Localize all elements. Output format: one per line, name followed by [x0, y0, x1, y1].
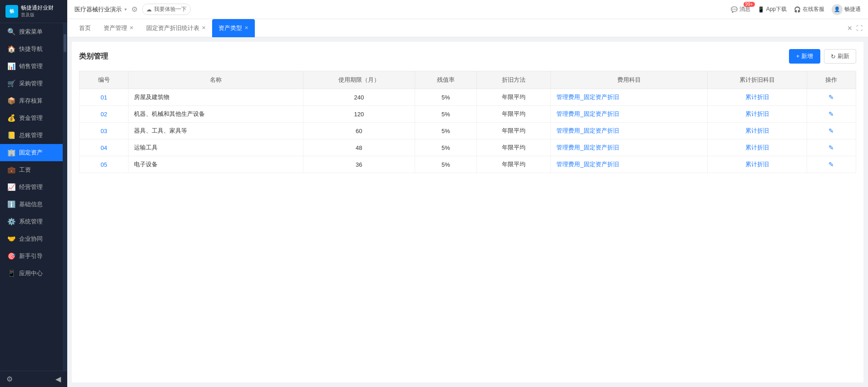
refresh-icon: ↻ [831, 53, 836, 60]
sidebar-icon-purchase: 🛒 [7, 79, 15, 88]
tab-close-fixed-asset-depr[interactable]: ✕ [202, 25, 206, 31]
sidebar-icon-system: ⚙️ [7, 218, 15, 226]
sidebar-item-search[interactable]: 🔍 搜索菜单 [0, 23, 63, 40]
cell-residual: 5% [415, 123, 476, 139]
sidebar-item-quick-nav[interactable]: 🏠 快捷导航 [0, 40, 63, 58]
sidebar-label-sales: 销售管理 [19, 62, 43, 70]
user-item[interactable]: 👤 畅捷通 [832, 4, 861, 15]
sidebar-item-guide[interactable]: 🎯 新手引导 [0, 248, 63, 265]
sidebar-item-inventory[interactable]: 📦 库存核算 [0, 92, 63, 109]
table-row: 02机器、机械和其他生产设备1205%年限平均管理费用_固定资产折旧累计折旧✎ [79, 106, 856, 123]
page-title: 类别管理 [79, 52, 108, 61]
sidebar-item-system[interactable]: ⚙️ 系统管理 [0, 213, 63, 230]
sidebar-label-operations: 经营管理 [19, 183, 43, 191]
sidebar-label-search: 搜索菜单 [19, 28, 43, 36]
cell-name: 运输工具 [129, 139, 303, 156]
collapse-icon[interactable]: ◀ [55, 375, 61, 383]
sidebar-item-salary[interactable]: 💼 工资 [0, 161, 63, 179]
sidebar-icon-ledger: 📒 [7, 131, 15, 139]
sidebar-footer: ⚙ ◀ [0, 371, 67, 387]
cell-action[interactable]: ✎ [807, 106, 856, 123]
edit-icon[interactable]: ✎ [828, 127, 834, 134]
avatar: 👤 [832, 4, 843, 15]
sidebar-item-operations[interactable]: 📈 经营管理 [0, 179, 63, 196]
sidebar-header: 畅 畅捷通好业财 普及版 [0, 0, 67, 23]
scroll-thumb [64, 34, 66, 52]
table-header-row: 编号名称使用期限（月）残值率折旧方法费用科目累计折旧科目操作 [79, 71, 856, 89]
sidebar-nav: 🔍 搜索菜单 🏠 快捷导航 📊 销售管理 🛒 采购管理 📦 库存核算 💰 资金管… [0, 23, 63, 371]
cell-action[interactable]: ✎ [807, 123, 856, 139]
edit-icon[interactable]: ✎ [828, 144, 834, 151]
sidebar-label-purchase: 采购管理 [19, 79, 43, 88]
settings-icon[interactable]: ⚙ [6, 375, 13, 383]
cell-period: 120 [303, 106, 415, 123]
sidebar-item-purchase[interactable]: 🛒 采购管理 [0, 75, 63, 92]
maximize-window-icon[interactable]: ⛶ [856, 25, 863, 32]
sidebar-icon-fixed-assets: 🏢 [7, 149, 15, 157]
cell-period: 36 [303, 156, 415, 173]
new-button[interactable]: + 新增 [789, 49, 820, 64]
cell-depr-method: 年限平均 [476, 89, 551, 106]
sidebar-item-capital[interactable]: 💰 资金管理 [0, 109, 63, 127]
sidebar-item-enterprise[interactable]: 🤝 企业协同 [0, 230, 63, 248]
tab-fixed-asset-depr[interactable]: 固定资产折旧统计表✕ [140, 19, 212, 37]
window-controls: ✕ ⛶ [847, 25, 863, 32]
sidebar-label-app-center: 应用中心 [19, 269, 43, 278]
company-selector[interactable]: 医疗器械行业演示 ▾ [74, 5, 127, 14]
close-window-icon[interactable]: ✕ [847, 25, 853, 32]
experience-icon: ☁ [146, 6, 152, 13]
tabs-bar: 首页资产管理✕固定资产折旧统计表✕资产类型✕ ✕ ⛶ [67, 19, 868, 37]
table-row: 01房屋及建筑物2405%年限平均管理费用_固定资产折旧累计折旧✎ [79, 89, 856, 106]
experience-button[interactable]: ☁ 我要体验一下 [142, 4, 191, 15]
refresh-button[interactable]: ↻ 刷新 [824, 49, 856, 64]
tab-home[interactable]: 首页 [73, 19, 97, 37]
sidebar-icon-inventory: 📦 [7, 97, 15, 105]
service-icon: 🎧 [794, 6, 801, 13]
cell-action[interactable]: ✎ [807, 89, 856, 106]
cell-action[interactable]: ✎ [807, 156, 856, 173]
sidebar-icon-quick-nav: 🏠 [7, 45, 15, 53]
sidebar-label-capital: 资金管理 [19, 114, 43, 122]
sidebar-subtitle: 普及版 [21, 12, 54, 18]
edit-icon[interactable]: ✎ [828, 94, 834, 101]
tab-asset-type[interactable]: 资产类型✕ [212, 19, 255, 37]
cell-name: 器具、工具、家具等 [129, 123, 303, 139]
cell-residual: 5% [415, 89, 476, 106]
header-left: 医疗器械行业演示 ▾ ⚙ ☁ 我要体验一下 [74, 4, 191, 15]
sidebar-item-basic-info[interactable]: ℹ️ 基础信息 [0, 196, 63, 213]
top-header: 医疗器械行业演示 ▾ ⚙ ☁ 我要体验一下 💬 消息 99+ 📱 App下载 🎧… [67, 0, 868, 19]
sidebar-item-fixed-assets[interactable]: 🏢 固定资产 [0, 144, 63, 161]
cell-depr-method: 年限平均 [476, 106, 551, 123]
tab-label-asset-type: 资产类型 [218, 24, 242, 32]
edit-icon[interactable]: ✎ [828, 110, 834, 118]
sidebar-icon-app-center: 📱 [7, 269, 15, 278]
cell-code: 04 [79, 139, 129, 156]
tab-close-asset-mgmt[interactable]: ✕ [129, 25, 134, 31]
sidebar-scrollbar[interactable] [63, 23, 67, 371]
header-settings-icon[interactable]: ⚙ [131, 5, 138, 14]
cell-residual: 5% [415, 106, 476, 123]
cell-expense: 管理费用_固定资产折旧 [551, 139, 708, 156]
sidebar-item-sales[interactable]: 📊 销售管理 [0, 58, 63, 75]
cell-action[interactable]: ✎ [807, 139, 856, 156]
tab-close-asset-type[interactable]: ✕ [244, 25, 248, 31]
cell-code: 05 [79, 156, 129, 173]
online-service-item[interactable]: 🎧 在线客服 [794, 5, 824, 13]
cell-expense: 管理费用_固定资产折旧 [551, 89, 708, 106]
tab-label-home: 首页 [79, 24, 91, 32]
sidebar-label-basic-info: 基础信息 [19, 200, 43, 208]
app-download-item[interactable]: 📱 App下载 [758, 5, 787, 13]
sidebar-item-app-center[interactable]: 📱 应用中心 [0, 265, 63, 282]
edit-icon[interactable]: ✎ [828, 161, 834, 168]
app-icon: 📱 [758, 6, 764, 13]
category-table: 编号名称使用期限（月）残值率折旧方法费用科目累计折旧科目操作 01房屋及建筑物2… [79, 71, 856, 173]
main-area: 医疗器械行业演示 ▾ ⚙ ☁ 我要体验一下 💬 消息 99+ 📱 App下载 🎧… [67, 0, 868, 387]
sidebar-label-quick-nav: 快捷导航 [19, 45, 43, 53]
sidebar-label-fixed-assets: 固定资产 [19, 149, 43, 157]
sidebar-icon-enterprise: 🤝 [7, 235, 15, 243]
tab-asset-mgmt[interactable]: 资产管理✕ [97, 19, 140, 37]
tab-label-fixed-asset-depr: 固定资产折旧统计表 [146, 24, 199, 32]
sidebar-item-ledger[interactable]: 📒 总账管理 [0, 127, 63, 144]
message-item[interactable]: 💬 消息 99+ [731, 5, 750, 13]
cell-name: 电子设备 [129, 156, 303, 173]
